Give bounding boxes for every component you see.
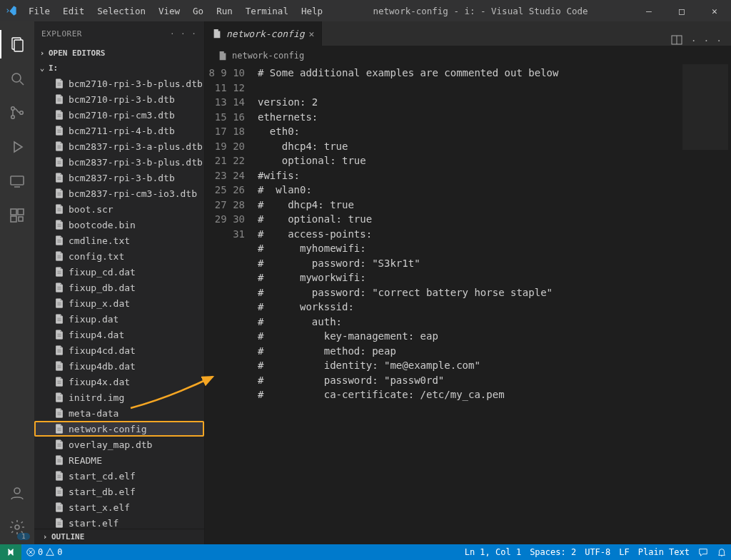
file-name: fixup_db.dat xyxy=(69,282,136,293)
file-item[interactable]: bcm2710-rpi-cm3.dtb xyxy=(34,107,204,123)
file-item[interactable]: bcm2710-rpi-3-b.dtb xyxy=(34,91,204,107)
file-item[interactable]: fixup4cd.dat xyxy=(34,342,204,358)
file-item[interactable]: bcm2837-rpi-3-a-plus.dtb xyxy=(34,138,204,154)
file-name: config.txt xyxy=(69,251,124,262)
warning-icon xyxy=(45,547,55,557)
file-item[interactable]: start_db.elf xyxy=(34,484,204,499)
file-item[interactable]: fixup_cd.dat xyxy=(34,264,204,280)
file-item[interactable]: start.elf xyxy=(34,515,204,529)
file-name: fixup4db.dat xyxy=(69,361,136,372)
file-name: bcm2837-rpi-3-a-plus.dtb xyxy=(69,141,203,152)
indentation-status[interactable]: Spaces: 2 xyxy=(525,547,580,557)
svg-point-5 xyxy=(11,116,15,119)
notifications-icon[interactable] xyxy=(712,547,731,557)
code-lines: # Some additional examples are commented… xyxy=(258,66,558,544)
file-name: initrd.img xyxy=(69,392,124,403)
status-bar: 0 0 Ln 1, Col 1 Spaces: 2 UTF-8 LF Plain… xyxy=(0,544,731,560)
file-item[interactable]: start_x.elf xyxy=(34,499,204,515)
tab-network-config[interactable]: network-config ✕ xyxy=(205,21,322,46)
svg-point-13 xyxy=(14,488,20,494)
file-item[interactable]: fixup4.dat xyxy=(34,327,204,342)
file-item[interactable]: fixup.dat xyxy=(34,311,204,327)
chevron-right-icon: › xyxy=(39,49,46,58)
code-editor[interactable]: 8 9 10 11 12 13 14 15 16 17 18 19 20 21 … xyxy=(205,66,731,544)
file-icon xyxy=(218,51,228,61)
file-name: boot.scr xyxy=(69,204,114,215)
search-activity-icon[interactable] xyxy=(0,61,34,96)
file-item[interactable]: bootcode.bin xyxy=(34,217,204,233)
explorer-more-icon[interactable]: · · · xyxy=(170,29,197,39)
encoding-status[interactable]: UTF-8 xyxy=(580,547,615,557)
menu-file[interactable]: File xyxy=(23,4,56,19)
file-name: README xyxy=(69,455,102,466)
open-editors-label: OPEN EDITORS xyxy=(49,49,105,58)
file-item[interactable]: README xyxy=(34,452,204,468)
file-name: cmdline.txt xyxy=(69,235,130,246)
file-name: start_db.elf xyxy=(69,487,136,497)
close-button[interactable]: ✕ xyxy=(698,0,731,21)
svg-rect-11 xyxy=(11,216,16,222)
file-item[interactable]: network-config xyxy=(34,421,204,437)
file-item[interactable]: bcm2711-rpi-4-b.dtb xyxy=(34,123,204,138)
error-icon xyxy=(26,547,36,557)
file-item[interactable]: bcm2837-rpi-cm3-io3.dtb xyxy=(34,185,204,201)
file-item[interactable]: overlay_map.dtb xyxy=(34,437,204,452)
menu-selection[interactable]: Selection xyxy=(91,4,151,19)
file-item[interactable]: config.txt xyxy=(34,248,204,264)
file-item[interactable]: boot.scr xyxy=(34,201,204,217)
editor-more-icon[interactable]: · · · xyxy=(691,35,722,46)
breadcrumb[interactable]: network-config xyxy=(205,46,731,66)
window-title: network-config - i: - Visual Studio Code xyxy=(328,6,632,16)
eol-status[interactable]: LF xyxy=(615,547,633,557)
remote-explorer-activity-icon[interactable] xyxy=(0,164,34,198)
problems-status[interactable]: 0 0 xyxy=(21,547,66,557)
svg-point-2 xyxy=(12,73,21,82)
file-item[interactable]: fixup_db.dat xyxy=(34,280,204,295)
file-name: bcm2837-rpi-3-b.dtb xyxy=(69,173,175,183)
folder-root-section[interactable]: ⌄ I: xyxy=(34,61,204,76)
file-item[interactable]: meta-data xyxy=(34,405,204,421)
file-tree: bcm2710-rpi-3-b-plus.dtbbcm2710-rpi-3-b.… xyxy=(34,76,204,529)
menu-terminal[interactable]: Terminal xyxy=(240,4,294,19)
remote-indicator[interactable] xyxy=(0,544,21,560)
file-name: start.elf xyxy=(69,518,119,529)
file-name: bcm2837-rpi-3-b-plus.dtb xyxy=(69,157,203,168)
menu-view[interactable]: View xyxy=(153,4,186,19)
split-editor-icon[interactable] xyxy=(671,34,682,46)
settings-activity-icon[interactable]: 1 xyxy=(0,510,34,544)
title-bar: FileEditSelectionViewGoRunTerminalHelp n… xyxy=(0,0,731,21)
explorer-activity-icon[interactable] xyxy=(0,27,34,61)
minimize-button[interactable]: – xyxy=(632,0,665,21)
feedback-icon[interactable] xyxy=(694,547,712,557)
tab-label: network-config xyxy=(226,29,305,39)
menu-run[interactable]: Run xyxy=(211,4,238,19)
maximize-button[interactable]: □ xyxy=(665,0,698,21)
file-name: fixup_x.dat xyxy=(69,298,130,309)
file-item[interactable]: bcm2837-rpi-3-b-plus.dtb xyxy=(34,154,204,170)
file-item[interactable]: bcm2837-rpi-3-b.dtb xyxy=(34,170,204,185)
menu-help[interactable]: Help xyxy=(296,4,328,19)
svg-marker-7 xyxy=(14,142,22,152)
line-gutter: 8 9 10 11 12 13 14 15 16 17 18 19 20 21 … xyxy=(205,66,258,544)
open-editors-section[interactable]: › OPEN EDITORS xyxy=(34,46,204,61)
file-item[interactable]: fixup4db.dat xyxy=(34,358,204,374)
file-item[interactable]: start_cd.elf xyxy=(34,468,204,484)
outline-label: OUTLINE xyxy=(51,532,84,541)
run-debug-activity-icon[interactable] xyxy=(0,130,34,164)
settings-badge: 1 xyxy=(17,533,30,540)
file-item[interactable]: fixup4x.dat xyxy=(34,374,204,390)
language-status[interactable]: Plain Text xyxy=(634,547,694,557)
accounts-activity-icon[interactable] xyxy=(0,476,34,510)
cursor-position[interactable]: Ln 1, Col 1 xyxy=(460,547,525,557)
file-item[interactable]: fixup_x.dat xyxy=(34,295,204,311)
tab-close-icon[interactable]: ✕ xyxy=(309,29,315,39)
file-item[interactable]: initrd.img xyxy=(34,390,204,405)
outline-section[interactable]: › OUTLINE xyxy=(34,529,204,544)
breadcrumb-label: network-config xyxy=(232,51,304,61)
extensions-activity-icon[interactable] xyxy=(0,198,34,233)
menu-edit[interactable]: Edit xyxy=(57,4,90,19)
file-item[interactable]: cmdline.txt xyxy=(34,233,204,248)
source-control-activity-icon[interactable] xyxy=(0,96,34,130)
file-item[interactable]: bcm2710-rpi-3-b-plus.dtb xyxy=(34,76,204,91)
menu-go[interactable]: Go xyxy=(187,4,209,19)
